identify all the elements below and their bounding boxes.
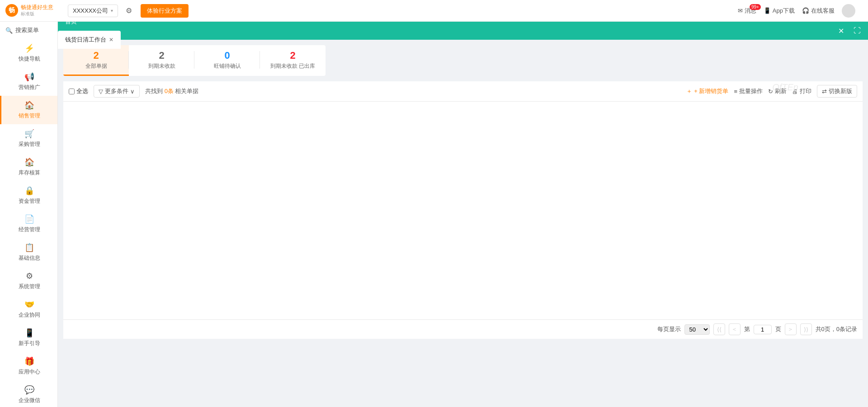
- sidebar-icon-enterprise: 🤝: [24, 299, 34, 309]
- sidebar-label-quick-nav: 快捷导航: [19, 55, 40, 63]
- tab-bar: 首页钱货日清工作台✕ ✕ ⛶: [58, 22, 868, 40]
- stat-label-pending: 旺铺待确认: [214, 62, 241, 70]
- found-prefix: 共找到: [145, 88, 163, 94]
- message-badge: 99+: [750, 4, 761, 10]
- filter-button[interactable]: ▽ 更多条件 ∨: [94, 85, 140, 98]
- refresh-icon: ↻: [768, 88, 773, 95]
- main-content: 2 全部单据 2 到期未收款 0 旺铺待确认 2 到期未收款 已出库 全选 ▽ …: [58, 40, 868, 407]
- chevron-down-icon: ▾: [111, 8, 113, 13]
- sidebar-items: ⚡ 快捷导航 📢 营销推广 🏠 销售管理 🛒 采购管理 🏠 库存核算 🔒 资金管…: [0, 39, 57, 407]
- page-size-label: 每页显示: [657, 325, 681, 333]
- stat-label-overdue: 到期未收款: [148, 62, 175, 70]
- online-service-button[interactable]: 🎧 在线客服: [802, 7, 835, 15]
- service-icon: 🎧: [802, 7, 809, 14]
- refresh-button[interactable]: ↻ 刷新: [768, 87, 787, 95]
- logo-area: 畅 畅捷通好生意 标准版: [5, 4, 63, 17]
- select-all-checkbox[interactable]: 全选: [69, 87, 88, 95]
- prev-page-button[interactable]: ＜: [729, 323, 741, 335]
- stat-tab-shipped[interactable]: 2 到期未收款 已出库: [260, 45, 326, 76]
- filter-label: 更多条件: [105, 87, 128, 95]
- tab-label-cashflow: 钱货日清工作台: [65, 36, 106, 44]
- close-tab-button[interactable]: ✕: [835, 24, 847, 37]
- sidebar-item-quick-nav[interactable]: ⚡ 快捷导航: [0, 39, 57, 67]
- last-page-button[interactable]: ⟩⟩: [800, 323, 812, 335]
- sidebar-icon-sales: 🏠: [24, 100, 34, 110]
- toolbar: 全选 ▽ 更多条件 ∨ 共找到 0条 相关单据 ＋ + 新增销货单 ≡ 批量操作: [63, 81, 863, 102]
- print-icon: 🖨: [792, 88, 798, 95]
- sidebar-label-purchase: 采购管理: [19, 140, 40, 148]
- sidebar-item-operation[interactable]: 📄 经营管理: [0, 210, 57, 238]
- tab-actions: ✕ ⛶: [835, 24, 868, 37]
- download-icon: 📱: [764, 7, 771, 14]
- sidebar-item-finance[interactable]: 🔒 资金管理: [0, 181, 57, 210]
- switch-label: 切换新版: [829, 87, 852, 95]
- refresh-label: 刷新: [775, 87, 787, 95]
- sidebar-item-system[interactable]: ⚙ 系统管理: [0, 267, 57, 295]
- next-page-button[interactable]: ＞: [785, 323, 797, 335]
- add-icon: ＋: [686, 87, 692, 95]
- sidebar-item-app-center[interactable]: 🎁 应用中心: [0, 352, 57, 380]
- header-right: ✉ 消息 99+ 📱 App下载 🎧 在线客服: [738, 4, 863, 18]
- sidebar-icon-finance: 🔒: [24, 186, 34, 196]
- sidebar-label-inventory: 库存核算: [19, 169, 40, 177]
- logo-text-block: 畅捷通好生意 标准版: [21, 4, 53, 17]
- sidebar-item-inventory[interactable]: 🏠 库存核算: [0, 153, 57, 181]
- add-btn-label: + 新增销货单: [694, 87, 728, 95]
- select-all-label: 全选: [76, 87, 88, 95]
- sidebar-item-newbie[interactable]: 📱 新手引导: [0, 323, 57, 352]
- batch-icon: ≡: [734, 88, 737, 95]
- sidebar-icon-purchase: 🛒: [24, 129, 34, 139]
- app-download-button[interactable]: 📱 App下载: [764, 7, 795, 15]
- avatar[interactable]: [842, 4, 855, 18]
- stat-tab-overdue[interactable]: 2 到期未收款: [129, 45, 194, 76]
- page-number-input[interactable]: [754, 325, 772, 334]
- stat-count-pending: 0: [224, 50, 230, 61]
- pagination: 每页显示 50 100 200 ⟨⟨ ＜ 第 页 ＞ ⟩⟩ 共0页，0条记录: [63, 319, 863, 339]
- stat-tab-pending[interactable]: 0 旺铺待确认: [194, 45, 260, 76]
- sidebar-item-basic-info[interactable]: 📋 基础信息: [0, 238, 57, 267]
- sidebar-label-operation: 经营管理: [19, 226, 40, 234]
- tab-close-cashflow[interactable]: ✕: [109, 37, 113, 43]
- search-menu-item[interactable]: 🔍 搜索菜单: [0, 22, 57, 39]
- page-size-select[interactable]: 50 100 200: [684, 324, 710, 335]
- batch-label: 批量操作: [739, 87, 763, 95]
- add-sale-order-button[interactable]: ＋ + 新增销货单: [686, 87, 728, 95]
- sidebar-label-app-center: 应用中心: [19, 368, 40, 376]
- app-download-label: App下载: [773, 7, 795, 15]
- logo-char: 畅: [9, 6, 15, 14]
- total-info: 共0页，0条记录: [816, 325, 857, 333]
- expand-tab-button[interactable]: ⛶: [851, 24, 863, 37]
- sidebar-label-enterprise: 企业协同: [19, 311, 40, 319]
- online-service-label: 在线客服: [811, 7, 835, 15]
- sidebar-label-marketing: 营销推广: [19, 84, 40, 91]
- trial-button[interactable]: 体验行业方案: [141, 4, 189, 18]
- sidebar-label-finance: 资金管理: [19, 197, 40, 205]
- sidebar-item-purchase[interactable]: 🛒 采购管理: [0, 124, 57, 153]
- search-icon: 🔍: [5, 27, 13, 34]
- sidebar-item-sales[interactable]: 🏠 销售管理: [0, 96, 57, 124]
- page-of-label: 第: [744, 325, 750, 333]
- sidebar-item-enterprise[interactable]: 🤝 企业协同: [0, 295, 57, 323]
- stat-count-shipped: 2: [290, 50, 295, 61]
- stat-tab-all[interactable]: 2 全部单据: [63, 45, 129, 76]
- page-label: 页: [775, 325, 781, 333]
- switch-version-button[interactable]: ⇄ 切换新版: [817, 85, 857, 98]
- first-page-button[interactable]: ⟨⟨: [713, 323, 725, 335]
- print-label: 打印: [800, 87, 811, 95]
- print-button[interactable]: 🖨 打印: [792, 87, 811, 95]
- message-button[interactable]: ✉ 消息 99+: [738, 7, 756, 15]
- table-area: 全选 ▽ 更多条件 ∨ 共找到 0条 相关单据 ＋ + 新增销货单 ≡ 批量操作: [63, 81, 863, 339]
- select-all-input[interactable]: [69, 89, 75, 94]
- sidebar-item-marketing[interactable]: 📢 营销推广: [0, 67, 57, 96]
- tab-cashflow[interactable]: 钱货日清工作台✕: [58, 31, 121, 49]
- sidebar-item-wechat[interactable]: 💬 企业微信: [0, 380, 57, 407]
- sidebar-icon-wechat: 💬: [24, 385, 34, 395]
- stat-label-shipped: 到期未收款 已出库: [270, 62, 315, 70]
- logo-icon: 畅: [5, 4, 18, 17]
- settings-button[interactable]: ⚙: [122, 4, 136, 18]
- stat-label-all: 全部单据: [85, 62, 107, 70]
- table-body: [63, 102, 863, 319]
- company-selector[interactable]: XXXXXX公司 ▾: [68, 5, 118, 17]
- top-header: 畅 畅捷通好生意 标准版 XXXXXX公司 ▾ ⚙ 体验行业方案 ✉ 消息 99…: [0, 0, 868, 22]
- batch-button[interactable]: ≡ 批量操作: [734, 87, 763, 95]
